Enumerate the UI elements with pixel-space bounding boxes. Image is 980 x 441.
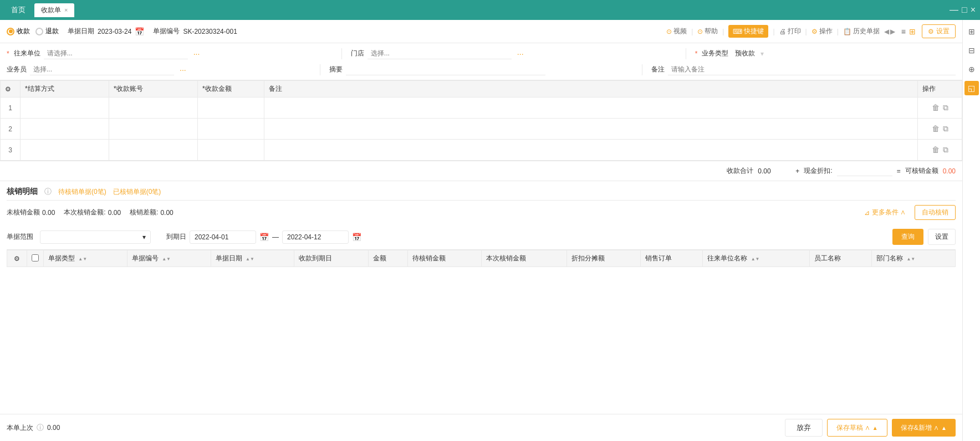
divider4 (642, 64, 642, 75)
home-tab[interactable]: 首页 (4, 3, 32, 17)
row-3-settlement[interactable] (21, 140, 109, 161)
sidebar-list-icon[interactable]: ⊟ (964, 43, 979, 58)
table-settings-header[interactable]: ⚙ (1, 81, 21, 98)
row-2-account[interactable] (109, 119, 198, 140)
calendar-icon[interactable]: 📅 (135, 27, 144, 36)
bt-this-time-col: 本次核销金额 (481, 250, 566, 267)
footer-left: 本单上次 ⓘ 0.00 (7, 423, 60, 433)
auto-verify-button[interactable]: 自动核销 (915, 205, 956, 220)
sort-arrows-type[interactable]: ▲▼ (78, 257, 87, 261)
salesperson-more-icon[interactable]: ··· (177, 65, 188, 74)
save-new-button[interactable]: 保存&新增 ∧ ▲ (892, 419, 956, 437)
store-input[interactable] (368, 48, 512, 59)
draft-arrow-icon: ▲ (872, 425, 878, 431)
row-3-copy-icon[interactable]: ⧉ (943, 145, 948, 155)
row-1-delete-icon[interactable]: 🗑 (932, 103, 940, 112)
sidebar-camera-icon[interactable]: ◱ (964, 81, 979, 95)
range-label: 单据范围 (7, 232, 33, 242)
this-time-label: 本次核销金额: (64, 208, 105, 217)
filter-settings-button[interactable]: 设置 (928, 229, 956, 245)
shortcut-btn[interactable]: ⌨ 快捷键 (728, 25, 768, 38)
row-3-account[interactable] (109, 140, 198, 161)
verify-title: 核销明细 (7, 187, 38, 197)
date-to-input[interactable] (282, 230, 349, 244)
date-from-input[interactable] (190, 230, 256, 244)
window-close-icon[interactable]: × (971, 5, 976, 15)
abandon-button[interactable]: 放弃 (785, 419, 823, 437)
separator4: | (805, 28, 807, 35)
data-table-section: ⚙ *结算方式 *收款账号 *收款金额 备注 操作 1 (0, 80, 962, 161)
row-3-amount[interactable] (198, 140, 264, 161)
row-2-settlement[interactable] (21, 119, 109, 140)
more-conditions-btn[interactable]: ⊿ 更多条件 ∧ (864, 208, 906, 217)
counterpart-more-icon[interactable]: ··· (191, 49, 202, 58)
close-tab-icon[interactable]: × (64, 7, 68, 13)
sidebar-link-icon[interactable]: ⊕ (964, 62, 979, 76)
select-all-checkbox[interactable] (32, 254, 39, 261)
row-1-amount[interactable] (198, 98, 264, 119)
sort-arrows-date[interactable]: ▲▼ (246, 257, 254, 261)
verify-info-icon[interactable]: ⓘ (44, 187, 52, 197)
available-value: 0.00 (943, 167, 956, 175)
sort-arrows-counterpart[interactable]: ▲▼ (751, 257, 760, 261)
row-2-copy-icon[interactable]: ⧉ (943, 124, 948, 134)
row-3-remark[interactable] (264, 140, 918, 161)
window-minimize-icon[interactable]: — (950, 5, 958, 15)
biz-type-field: * 业务类型 预收款 ▾ (695, 49, 956, 58)
range-select[interactable]: ▾ (40, 230, 151, 244)
row-3-delete-icon[interactable]: 🗑 (932, 145, 940, 155)
biz-type-dropdown-icon[interactable]: ▾ (760, 50, 764, 58)
filter-row: 单据范围 ▾ 到期日 📅 — 📅 查询 设置 (7, 224, 956, 250)
row-2-delete-icon[interactable]: 🗑 (932, 124, 940, 134)
bt-checkbox-col[interactable] (27, 250, 44, 267)
nav-arrows: ◀ ▶ (884, 28, 895, 35)
date-from-calendar-icon[interactable]: 📅 (259, 233, 269, 242)
settings-button[interactable]: ⚙ 设置 (922, 24, 956, 38)
footer-bar: 本单上次 ⓘ 0.00 放弃 保存草稿 ∧ ▲ 保存&新增 ∧ ▲ (0, 414, 962, 441)
date-to-calendar-icon[interactable]: 📅 (352, 233, 361, 242)
collect-total-label: 收款合计 (727, 166, 753, 176)
salesperson-input[interactable] (30, 64, 174, 75)
shortcut-icon: ⌨ (733, 28, 742, 35)
operation-btn[interactable]: ⚙ 操作 (811, 27, 833, 36)
prev-arrow-icon[interactable]: ◀ (884, 28, 889, 35)
fields-row-1: * 往来单位 ··· 门店 ··· * 业务类型 预收款 ▾ (7, 48, 956, 59)
print-btn[interactable]: 🖨 打印 (779, 27, 801, 36)
radio-refund[interactable]: 退款 (35, 27, 59, 36)
bt-settings-col[interactable]: ⚙ (7, 250, 27, 267)
row-1-account[interactable] (109, 98, 198, 119)
bottom-label: 本单上次 (7, 423, 33, 433)
store-more-icon[interactable]: ··· (515, 49, 526, 58)
bt-employee-col: 员工名称 (809, 250, 871, 267)
radio-receive[interactable]: 收款 (7, 27, 30, 36)
help-btn[interactable]: ⊙ 帮助 (697, 27, 718, 36)
grid-view-icon[interactable]: ⊞ (907, 27, 917, 36)
sort-arrows-number[interactable]: ▲▼ (162, 257, 171, 261)
history-btn[interactable]: 📋 历史单据 (843, 27, 880, 36)
summary-input[interactable] (346, 64, 545, 75)
draft-button[interactable]: 保存草稿 ∧ ▲ (827, 419, 887, 437)
remark-input[interactable] (668, 64, 956, 75)
row-1-settlement[interactable] (21, 98, 109, 119)
row-1-copy-icon[interactable]: ⧉ (943, 103, 948, 112)
pending-tab[interactable]: 待核销单据(0笔) (58, 187, 106, 197)
sidebar-table-icon[interactable]: ⊞ (964, 24, 979, 39)
row-2-remark[interactable] (264, 119, 918, 140)
counterpart-input[interactable] (44, 48, 188, 59)
next-arrow-icon[interactable]: ▶ (890, 28, 895, 35)
sort-arrows-dept[interactable]: ▲▼ (906, 257, 915, 261)
window-maximize-icon[interactable]: □ (962, 5, 967, 15)
view-toggle: ≡ ⊞ (900, 27, 917, 36)
done-tab[interactable]: 已核销单据(0笔) (113, 187, 161, 197)
query-button[interactable]: 查询 (892, 229, 923, 245)
top-navigation: 首页 收款单 × — □ × (0, 0, 980, 20)
list-view-icon[interactable]: ≡ (900, 27, 907, 36)
footer-info-icon[interactable]: ⓘ (37, 423, 44, 433)
row-1-remark[interactable] (264, 98, 918, 119)
active-tab[interactable]: 收款单 × (34, 3, 74, 17)
row-2-action: 🗑 ⧉ (918, 119, 962, 140)
video-btn[interactable]: ⊙ 视频 (666, 27, 687, 36)
bottom-table: ⚙ 单据类型 ▲▼ 单据编号 ▲▼ 单据日期 ▲▼ (7, 250, 956, 267)
discount-input[interactable] (837, 166, 892, 176)
row-2-amount[interactable] (198, 119, 264, 140)
